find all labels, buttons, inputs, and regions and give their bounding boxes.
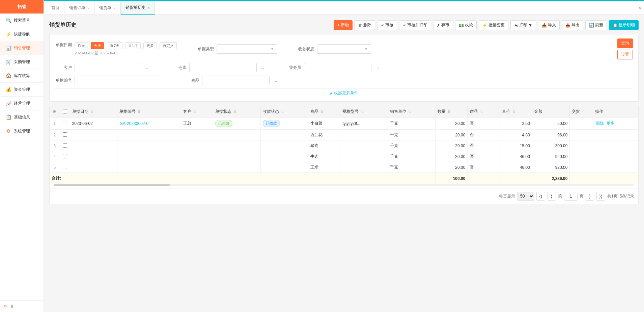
date-1month[interactable]: 近1月	[125, 42, 141, 49]
row-actions: 编辑 更多	[593, 118, 638, 130]
action-link-0[interactable]: 编辑	[596, 121, 604, 126]
add-button[interactable]: + 新增	[334, 20, 353, 30]
sidebar-item-ops-mgmt[interactable]: 📈 经营管理	[0, 97, 44, 110]
audit-button[interactable]: ✓ 审核	[377, 20, 397, 30]
row-customer	[181, 162, 213, 173]
doc-num-link[interactable]: SA-20230602-0	[120, 121, 148, 126]
payment-status-input[interactable]: ▼	[317, 44, 371, 54]
sidebar-item-basic-info[interactable]: 📋 基础信息	[0, 110, 44, 124]
row-actions	[593, 162, 638, 173]
sidebar-item-sales-mgmt[interactable]: 📊 销售管理	[0, 41, 44, 55]
customer-input[interactable]	[75, 63, 142, 72]
abandon-button[interactable]: ✗ 弃审	[433, 20, 453, 30]
settings-button[interactable]: 设置	[617, 50, 633, 59]
tab-sales-order-close[interactable]: ×	[87, 6, 89, 10]
collect-button[interactable]: 💵 收款	[455, 20, 477, 30]
export-button[interactable]: 📤 导出	[562, 20, 583, 30]
query-button[interactable]: 查询	[617, 38, 633, 48]
sidebar-collapse-icon[interactable]: ⏸	[10, 304, 14, 309]
th-doc-num[interactable]: 单据编号 ⇅	[117, 106, 181, 118]
batch-change-button[interactable]: ⚡ 批量变更	[479, 20, 508, 30]
doc-type-input[interactable]: ▼	[217, 44, 277, 54]
table-settings-icon[interactable]: ⚙	[53, 109, 56, 114]
filter-row-1: 单据日期 昨天 今天 近7天 近1月 更多 自定义 2023-06-02 至 2…	[55, 38, 633, 59]
table-header-row: ⚙ 单据日期 ⇅ 单据编号 ⇅	[50, 106, 638, 118]
row-checkbox-cell[interactable]	[60, 130, 70, 140]
sidebar-settings-icon[interactable]: ⚙	[3, 304, 7, 309]
action-link-1[interactable]: 更多	[607, 121, 615, 126]
collapse-button[interactable]: ∧ 收起更多条件	[55, 88, 633, 97]
date-7days[interactable]: 近7天	[107, 42, 122, 49]
sidebar-item-inventory[interactable]: 🏠 库存核算	[0, 69, 44, 83]
tab-history-close[interactable]: ×	[148, 6, 150, 10]
per-page-select[interactable]: 50 20 100	[517, 192, 534, 201]
row-payment-status	[261, 140, 308, 151]
show-detail-button[interactable]: 📋 显示明细	[609, 20, 639, 30]
sidebar-item-quick-nav[interactable]: ⚡ 快捷导航	[0, 27, 44, 41]
row-qty: 20.00	[435, 162, 468, 173]
row-checkbox-cell[interactable]	[60, 151, 70, 162]
page-prev-btn[interactable]: ⟨	[547, 192, 556, 201]
row-checkbox[interactable]	[63, 143, 67, 148]
refresh-button[interactable]: 🔄 刷新	[585, 20, 607, 30]
th-price[interactable]: 单价 ⇅	[500, 106, 532, 118]
doc-num-input[interactable]	[75, 76, 162, 85]
th-spec[interactable]: 规格型号 ⇅	[340, 106, 388, 118]
th-goods[interactable]: 商品 ⇅	[308, 106, 340, 118]
select-all-checkbox[interactable]	[63, 109, 67, 113]
tab-sales-goods[interactable]: 销货单 ×	[94, 1, 120, 15]
th-amount[interactable]: 金额	[532, 106, 569, 118]
th-unit[interactable]: 销售单位 ⇅	[388, 106, 436, 118]
row-checkbox-cell[interactable]	[60, 140, 70, 151]
sidebar-label-finance: 资金管理	[14, 87, 30, 93]
date-today[interactable]: 今天	[91, 42, 104, 49]
page-last-btn[interactable]: ⟩⟩	[596, 192, 605, 201]
page-next-btn[interactable]: ⟩	[586, 192, 594, 201]
warehouse-dots[interactable]: ...	[261, 65, 264, 70]
page-first-btn[interactable]: ⟨⟨	[536, 192, 545, 201]
tab-sales-goods-close[interactable]: ×	[113, 6, 115, 10]
import-button[interactable]: 📥 导入	[538, 20, 560, 30]
th-qty[interactable]: 数量 ⇅	[435, 106, 468, 118]
print-button[interactable]: 🖨 打印 ▼	[510, 20, 536, 30]
row-checkbox-cell[interactable]	[60, 118, 70, 130]
tab-sales-order[interactable]: 销售订单 ×	[64, 1, 94, 15]
tab-bar-close-btn[interactable]: ×	[638, 5, 641, 11]
th-gift[interactable]: 赠品 ⇅	[468, 106, 500, 118]
date-more[interactable]: 更多	[143, 42, 157, 49]
tab-sales-goods-history[interactable]: 销货单历史 ×	[121, 1, 155, 15]
th-payment-status[interactable]: 收款状态 ⇅	[261, 106, 308, 118]
row-num: 2	[50, 130, 60, 140]
quick-nav-icon: ⚡	[5, 31, 12, 37]
warehouse-input[interactable]	[189, 63, 257, 72]
date-yesterday[interactable]: 昨天	[75, 42, 88, 49]
sidebar-item-search-menu[interactable]: 🔍 搜索菜单	[0, 14, 44, 27]
row-checkbox[interactable]	[63, 165, 67, 169]
goods-dots[interactable]: ...	[274, 78, 277, 83]
row-checkbox[interactable]	[63, 132, 67, 137]
sidebar-item-sys-mgmt[interactable]: ⚙ 系统管理	[0, 124, 44, 138]
th-doc-status[interactable]: 单据状态 ⇅	[213, 106, 261, 118]
warehouse-label: 仓库	[170, 65, 187, 71]
salesperson-label: 业务员	[284, 65, 301, 71]
sidebar-item-purchase-mgmt[interactable]: 🛒 采购管理	[0, 55, 44, 69]
th-customer[interactable]: 客户 ⇅	[181, 106, 213, 118]
salesperson-dots[interactable]: ...	[375, 65, 379, 70]
th-checkbox[interactable]	[60, 106, 70, 118]
page-number-input[interactable]	[564, 192, 578, 201]
tab-home[interactable]: 首页	[47, 1, 64, 15]
sidebar-item-finance[interactable]: 💰 资金管理	[0, 83, 44, 97]
customer-dots[interactable]: ...	[146, 65, 149, 70]
horizontal-scrollbar[interactable]	[54, 184, 634, 186]
goods-input[interactable]	[202, 76, 270, 85]
salesperson-input[interactable]	[304, 63, 371, 72]
th-date[interactable]: 单据日期 ⇅	[70, 106, 117, 118]
date-custom[interactable]: 自定义	[160, 42, 177, 49]
row-checkbox[interactable]	[63, 121, 67, 125]
row-checkbox[interactable]	[63, 154, 67, 158]
delete-button[interactable]: 🗑 删除	[355, 20, 375, 30]
row-checkbox-cell[interactable]	[60, 162, 70, 173]
th-transaction[interactable]: 交货	[570, 106, 593, 118]
audit-print-button[interactable]: ✓ 审核并打印	[399, 20, 431, 30]
th-settings[interactable]: ⚙	[50, 106, 60, 118]
